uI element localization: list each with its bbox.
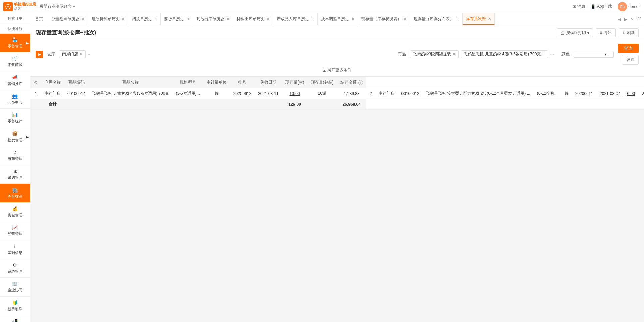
account-label: 母婴行业演示账套 <box>40 4 72 9</box>
expand-more-conditions-button[interactable]: ⊻ 展开更多条件 <box>323 67 352 73</box>
sidebar-item-enterprise[interactable]: 🏢 企业协同 <box>0 278 30 297</box>
table-header-row: ⚙ 仓库名称 商品编码 商品名称 规格型号 主计量单位 批号 失效日期 现存量(… <box>30 77 644 88</box>
tab-inventory-batch[interactable]: 库存批次账 ✕ <box>463 13 495 25</box>
tab-close-icon[interactable]: ✕ <box>186 17 189 21</box>
tab-prev-icon[interactable]: ◀ <box>616 17 622 22</box>
tab-more-icon[interactable]: ✕ <box>629 17 635 22</box>
sidebar-item-system[interactable]: ⚙ 系统管理 <box>0 259 30 278</box>
sidebar-item-operations[interactable]: 📈 经营管理 <box>0 221 30 240</box>
operations-icon: 📈 <box>12 225 18 230</box>
tab-close-icon[interactable]: ✕ <box>226 17 229 21</box>
tab-close-icon[interactable]: ✕ <box>82 17 85 21</box>
tab-bar: 首页 分量盘点单历史 ✕ 组装拆卸单历史 ✕ 调拨单历史 ✕ 要货单历史 ✕ 其… <box>30 13 644 25</box>
tab-close-icon[interactable]: ✕ <box>311 17 314 21</box>
message-action[interactable]: ✉ 消息 <box>573 4 585 9</box>
tab-close-icon[interactable]: ✕ <box>154 17 157 21</box>
warehouse-tags: 南岸门店 ✕ ··· <box>59 50 394 58</box>
sidebar-item-member-center[interactable]: 👥 会员中心 <box>0 90 30 109</box>
total-cell <box>64 99 89 110</box>
logo-icon <box>3 2 13 11</box>
tab-xiancunliang-dist[interactable]: 现存量（库存分布表） ✕ <box>410 13 463 25</box>
table-cell: 20200612 <box>230 88 255 99</box>
tab-label: 成本调整单历史 <box>321 16 349 22</box>
user-action[interactable]: Ea demo2 <box>618 2 641 11</box>
refresh-button[interactable]: ↻ 刷新 <box>619 28 639 37</box>
tab-yaohuo[interactable]: 要货单历史 ✕ <box>161 13 193 25</box>
col-spec: 规格型号 <box>172 77 203 88</box>
warehouse-tag[interactable]: 南岸门店 ✕ <box>59 50 86 58</box>
guide-icon: 🔰 <box>12 300 18 305</box>
sidebar-item-guide[interactable]: 🔰 新手引导 <box>0 297 30 315</box>
product-tag-close-icon[interactable]: ✕ <box>452 52 455 56</box>
sidebar-item-basic-info[interactable]: ℹ 基础信息 <box>0 240 30 259</box>
sidebar-quick-nav[interactable]: 快捷导航 <box>0 24 30 34</box>
sidebar-item-app-center[interactable]: 📲 应用中心 <box>0 315 30 322</box>
sidebar-item-marketing[interactable]: 📣 营销推广 <box>0 71 30 90</box>
tab-home[interactable]: 首页 <box>30 13 48 25</box>
download-action[interactable]: 📱 App下载 <box>591 4 612 9</box>
tab-chanchengruku[interactable]: 产成品入库单历史 ✕ <box>273 13 318 25</box>
tab-label: 其他出库单历史 <box>196 16 224 22</box>
product-more-icon[interactable]: ··· <box>550 52 554 57</box>
amount-info-icon[interactable]: i <box>358 80 363 85</box>
tab-xiancunliang-status[interactable]: 现存量（库存状况表） ✕ <box>358 13 410 25</box>
table-area: ⚙ 仓库名称 商品编码 商品名称 规格型号 主计量单位 批号 失效日期 现存量(… <box>30 77 644 322</box>
col-product-code: 商品编码 <box>64 77 89 88</box>
sidebar-item-label: 会员中心 <box>8 100 22 105</box>
sidebar-item-ecommerce[interactable]: 🖥 电商管理 <box>0 146 30 165</box>
tab-close-icon[interactable]: ✕ <box>122 17 125 21</box>
sidebar-item-label: 电商管理 <box>8 156 22 161</box>
filter-more-icon[interactable]: ··· <box>88 52 92 57</box>
member-icon: 👥 <box>12 93 18 99</box>
product-tag-close-icon[interactable]: ✕ <box>542 52 545 56</box>
tab-next-icon[interactable]: ▶ <box>623 17 629 22</box>
tab-chengbentiaozheng[interactable]: 成本调整单历史 ✕ <box>318 13 358 25</box>
sidebar-search[interactable]: 搜索菜单 <box>0 13 30 24</box>
download-label: App下载 <box>597 4 612 9</box>
product-label: 商品 <box>398 51 406 57</box>
table-cell[interactable]: 0.00 <box>624 88 638 99</box>
query-button[interactable]: 查询 <box>618 44 639 53</box>
sidebar-item-wholesale[interactable]: 📦 批发管理 ▶ <box>0 127 30 146</box>
tab-close-icon[interactable]: ✕ <box>351 17 354 21</box>
warehouse-tag-close-icon[interactable]: ✕ <box>79 52 83 56</box>
tab-label: 现存量（库存分布表） <box>414 16 454 22</box>
tab-zuzhuangchaijian[interactable]: 组装拆卸单历史 ✕ <box>88 13 128 25</box>
column-settings-icon[interactable]: ⚙ <box>34 80 38 85</box>
marketing-icon: 📣 <box>12 74 18 80</box>
refresh-label: 刷新 <box>627 30 635 36</box>
color-select[interactable]: ▾ <box>574 51 614 58</box>
tab-diaoboddan[interactable]: 调拨单历史 ✕ <box>128 13 161 25</box>
sidebar-item-label: 批发管理 <box>8 138 22 143</box>
col-qty-main: 现存量(主) <box>282 77 308 88</box>
filter-collapse-button[interactable]: ▶ <box>36 51 43 58</box>
username-label: demo2 <box>628 4 641 9</box>
sidebar-item-purchase[interactable]: 🛍 采购管理 <box>0 165 30 184</box>
product-tag-2[interactable]: 飞鹤星飞帆 儿童奶粉 4段(3-6岁适用) 700克 ✕ <box>461 50 548 58</box>
col-product-name: 商品名称 <box>89 77 172 88</box>
sidebar-item-retail-management[interactable]: 🏪 零售管理 ▶ <box>0 34 30 52</box>
tab-qitachudan[interactable]: 其他出库单历史 ✕ <box>193 13 233 25</box>
sidebar-item-retail-stats[interactable]: 📊 零售统计 <box>0 109 30 127</box>
sidebar-item-retail-mall[interactable]: 🛒 零售商城 <box>0 52 30 71</box>
product-tag-1[interactable]: 飞鹤奶粉3段四罐提装 ✕ <box>410 50 459 58</box>
settings-button[interactable]: 设置 <box>622 55 639 65</box>
table-cell[interactable]: 10.00 <box>282 88 308 99</box>
template-print-button[interactable]: 🖨 按模板打印 ▾ <box>557 28 593 37</box>
tab-close-icon[interactable]: ✕ <box>267 17 270 21</box>
tab-expand-icon[interactable]: ⛶ <box>636 17 643 22</box>
sidebar-item-finance[interactable]: 💰 资金管理 <box>0 203 30 221</box>
tab-close-icon[interactable]: ✕ <box>488 17 491 21</box>
system-icon: ⚙ <box>13 262 17 268</box>
account-selector[interactable]: 母婴行业演示账套 ▾ <box>40 4 569 9</box>
refresh-icon: ↻ <box>622 31 626 35</box>
tab-fenliangpandian[interactable]: 分量盘点单历史 ✕ <box>48 13 88 25</box>
tab-close-icon[interactable]: ✕ <box>456 17 459 21</box>
stats-icon: 📊 <box>12 112 18 117</box>
sidebar-item-inventory[interactable]: 🏬 库存核算 <box>0 184 30 203</box>
export-button[interactable]: ⬇ 导出 <box>596 28 616 37</box>
tab-label: 要货单历史 <box>164 16 184 22</box>
tab-close-icon[interactable]: ✕ <box>404 17 407 21</box>
tab-cailiaodan[interactable]: 材料出库单历史 ✕ <box>233 13 273 25</box>
table-cell: 20200611 <box>572 88 596 99</box>
